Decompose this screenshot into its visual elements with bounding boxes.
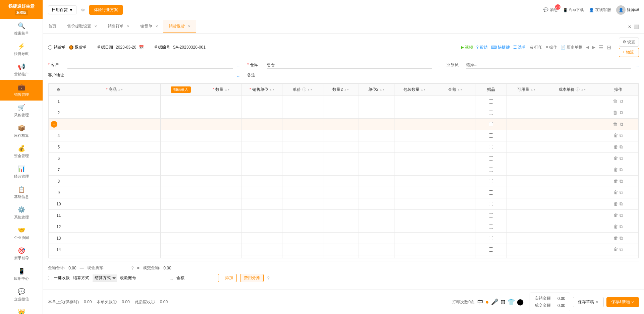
row-unit-price-2[interactable] [282,107,323,119]
row-copy-btn-14[interactable]: ⧉ [619,246,624,253]
experience-btn[interactable]: 体验行业方案 [89,5,123,15]
action-shortcut[interactable]: ⌨ 快捷键 [491,45,510,50]
radio-sale-goods-input[interactable] [48,45,52,50]
view-grid-icon[interactable]: ⊞ [607,44,611,51]
online-service-btn[interactable]: 👤 在线客服 [589,7,611,13]
nav-prev[interactable]: ◀ [586,45,589,50]
header-settings-icon[interactable]: ⚙ [79,6,87,14]
row-unit-price-3[interactable] [282,119,323,130]
toolbar-icon-5[interactable]: 👕 [507,298,515,306]
row-sale-unit-3[interactable] [242,119,282,130]
cash-discount-input[interactable] [108,265,128,271]
sidebar-item-inventory-calc[interactable]: 📦 库存核算 [0,121,43,141]
row-gift-checkbox-3[interactable] [489,122,493,126]
sidebar-item-app-center[interactable]: 📱 应用中心 [0,264,43,285]
row-gift-checkbox-12[interactable] [489,225,493,229]
unit2-sort[interactable]: ▲▼ [380,88,385,91]
add-btn[interactable]: + 添加 [218,274,237,282]
action-history[interactable]: 📄 历史单据 [560,45,583,50]
qty2-sort[interactable]: ▲▼ [344,88,349,91]
user-avatar[interactable]: 👤 徐泽华 [616,5,639,15]
row-unit2-1[interactable] [359,96,394,107]
toolbar-icon-1[interactable]: 中 [477,298,483,306]
row-pack-qty-1[interactable] [394,96,435,107]
tab-home[interactable]: 首页 [43,20,62,33]
row-copy-btn-5[interactable]: ⧉ [619,143,624,150]
customer-input[interactable] [67,61,233,69]
row-goods-3[interactable] [69,119,160,130]
sidebar-item-sys-mgmt[interactable]: ⚙️ 系统管理 [0,203,43,223]
action-select[interactable]: ☰ 选单 [513,45,526,50]
salesperson-input[interactable] [466,61,631,69]
tab-sales-return-close[interactable]: ✕ [188,24,191,28]
sidebar-item-new-guide[interactable]: 🎯 新手引导 [0,244,43,264]
action-print[interactable]: 🖨 打印 [529,45,542,50]
row-gift-checkbox-9[interactable] [489,190,493,195]
row-delete-btn-9[interactable]: 🗑 [613,189,619,196]
sidebar-item-search-menu[interactable]: 🔍 搜索菜单 [0,19,43,39]
account-no-dots[interactable]: ... [170,276,173,280]
sidebar-item-basic-info[interactable]: 📋 基础信息 [0,182,43,203]
row-sale-unit-2[interactable] [242,107,282,119]
row-qty-3[interactable] [201,119,241,130]
sidebar-item-changyou-vip[interactable]: 👑 畅会员 [0,305,43,314]
row-gift-checkbox-10[interactable] [489,202,493,206]
row-delete-btn-1[interactable]: 🗑 [612,98,618,105]
sidebar-item-enterprise-coop[interactable]: 🤝 企业协同 [0,223,43,244]
settings-btn[interactable]: ⚙ 设置 [619,38,639,47]
tab-sales-order[interactable]: 销售订单 ✕ [102,20,135,33]
toolbar-icon-6[interactable]: ⬤ [517,298,524,306]
sidebar-item-finance-mgmt[interactable]: 💰 资金管理 [0,141,43,162]
row-gift-checkbox-7[interactable] [489,168,493,172]
save-new-btn[interactable]: 保存&新增 ∨ [606,297,639,307]
sidebar-item-ops-mgmt[interactable]: 📊 经营管理 [0,162,43,182]
nav-next[interactable]: ▶ [592,45,595,50]
row-copy-btn-15[interactable]: ⧉ [619,257,624,258]
row-pack-qty-3[interactable] [394,119,435,130]
warehouse-input[interactable] [267,61,432,69]
cost-sort[interactable]: ▲▼ [581,88,586,91]
calc-method-select[interactable]: 结算方式 [93,274,117,281]
row-delete-btn-15[interactable]: 🗑 [613,257,619,258]
row-copy-btn-8[interactable]: ⧉ [619,178,624,185]
row-gift-2[interactable] [476,107,506,119]
tab-price-settings-close[interactable]: ✕ [94,24,97,28]
radio-return-goods-input[interactable] [69,45,73,50]
row-copy-btn-3[interactable]: ⧉ [619,121,624,128]
sidebar-item-purchase-mgmt[interactable]: 🛒 采购管理 [0,101,43,121]
row-delete-btn-10[interactable]: 🗑 [613,200,619,207]
daily-goods-selector[interactable]: 日用百货 ▼ [48,5,77,14]
row-copy-btn-1[interactable]: ⧉ [619,98,624,105]
logistics-btn[interactable]: + 物流 [619,48,639,57]
row-gift-checkbox-4[interactable] [489,133,493,138]
row-gift-3[interactable] [476,119,506,130]
customer-addr-dots[interactable]: ... [237,73,240,78]
row-copy-btn-2[interactable]: ⧉ [619,109,624,116]
row-delete-btn-3[interactable]: 🗑 [612,121,618,127]
salesperson-dots[interactable]: ... [636,63,639,67]
tab-sales-goods[interactable]: 销货单 ✕ [135,20,163,33]
unit-price-sort[interactable]: ▲▼ [307,88,313,91]
row-unit2-3[interactable] [359,119,394,130]
row-delete-btn-12[interactable]: 🗑 [613,223,619,230]
tab-sales-order-close[interactable]: ✕ [127,24,129,28]
row-copy-btn-12[interactable]: ⧉ [619,223,624,230]
amount-sort[interactable]: ▲▼ [457,88,463,91]
row-copy-btn-4[interactable]: ⧉ [619,132,624,139]
tab-close-all[interactable]: ✕ ⬜ [623,21,644,33]
action-help[interactable]: ? 帮助 [476,45,488,50]
remark-input[interactable] [267,71,440,79]
gear-icon[interactable]: ⚙ [57,87,60,92]
one-click-pay-input[interactable] [48,276,52,280]
row-qty2-1[interactable] [323,96,359,107]
row-unit2-2[interactable] [359,107,394,119]
sidebar-item-marketing[interactable]: 📢 营销推广 [0,60,43,80]
row-add-btn-cell[interactable]: + [49,119,69,130]
row-amount-1[interactable] [435,96,476,107]
add-row-btn[interactable]: + [51,121,57,128]
notification-btn[interactable]: 💬 消息 70 [543,7,557,13]
row-copy-btn-11[interactable]: ⧉ [619,212,624,219]
toolbar-icon-3[interactable]: 🎤 [491,298,498,306]
row-copy-btn-9[interactable]: ⧉ [619,189,624,196]
view-list-icon[interactable]: ☰ [599,44,603,51]
